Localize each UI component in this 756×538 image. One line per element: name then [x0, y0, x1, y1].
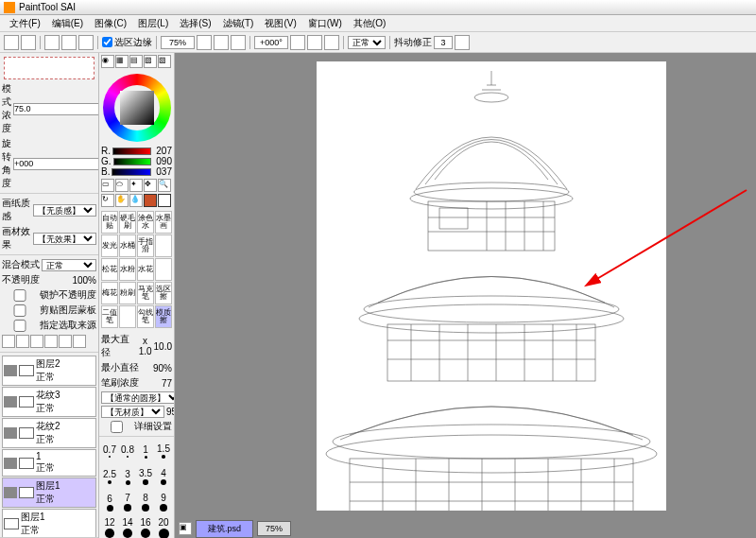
size-preset[interactable]: 20 — [155, 515, 172, 538]
brush-tool[interactable]: 粉刷 — [119, 282, 136, 304]
brush-tool[interactable]: 发光 — [101, 234, 118, 257]
selection-border-check[interactable] — [102, 37, 112, 47]
new-folder-icon[interactable] — [16, 335, 29, 348]
brush-tool[interactable]: 水墨画 — [155, 211, 172, 234]
effect-select[interactable]: 【无效果】 — [33, 233, 96, 245]
menu-file[interactable]: 文件(F) — [4, 17, 46, 30]
size-preset[interactable]: 3 — [119, 464, 136, 489]
rotate-ccw-icon[interactable] — [290, 35, 305, 50]
brush-tool[interactable]: 手指滑 — [137, 234, 154, 257]
undo-icon[interactable] — [4, 35, 19, 50]
brush-tool[interactable] — [155, 258, 172, 281]
doc-tab[interactable]: 建筑.psd — [196, 520, 253, 538]
move-icon[interactable]: ✥ — [144, 179, 157, 192]
brush-tool[interactable]: 梅花 — [101, 282, 118, 304]
zoom-fit-icon[interactable] — [231, 35, 246, 50]
invert-icon[interactable] — [61, 35, 77, 50]
rotate-input[interactable] — [13, 158, 99, 170]
layer-item[interactable]: 图层1正常 — [2, 509, 96, 538]
sel-rect-icon[interactable]: ▭ — [101, 179, 114, 192]
shape-select[interactable]: 【通常的圆形】 — [101, 391, 175, 404]
zoom-out-icon[interactable] — [197, 35, 212, 50]
new-linework-icon[interactable] — [30, 335, 43, 348]
menu-edit[interactable]: 编辑(E) — [46, 17, 89, 30]
layer-item[interactable]: 图层2正常 — [2, 356, 96, 386]
size-preset[interactable]: 0.7 — [101, 439, 118, 463]
canvas-viewport[interactable] — [175, 53, 756, 519]
brush-tool[interactable]: 模质擦 — [155, 305, 172, 328]
brush-tool[interactable]: 硬毛刷 — [119, 211, 136, 234]
delete-layer-icon[interactable] — [44, 335, 58, 348]
brush-tool[interactable]: 选区擦 — [155, 282, 172, 304]
view-mode-select[interactable]: 正常 — [348, 36, 386, 49]
brush-tool[interactable] — [155, 234, 172, 257]
stabilizer-input[interactable] — [434, 36, 453, 49]
redo-icon[interactable] — [21, 35, 36, 50]
hsv-mode-icon[interactable]: ▤ — [129, 55, 143, 68]
size-preset[interactable]: 6 — [101, 490, 118, 514]
size-preset[interactable]: 1.5 — [155, 439, 172, 463]
menu-other[interactable]: 其他(O) — [348, 17, 391, 30]
size-preset[interactable]: 3.5 — [137, 464, 154, 489]
angle-input[interactable] — [254, 36, 288, 49]
brush-tool[interactable]: 松花 — [101, 258, 118, 281]
source-check[interactable] — [2, 320, 38, 332]
eyedropper-icon[interactable]: 💧 — [129, 194, 143, 207]
rgb-mode-icon[interactable]: ▦ — [115, 55, 129, 68]
paper-select[interactable]: 【无质感】 — [33, 204, 96, 217]
brush-tool[interactable]: 马克笔 — [137, 282, 154, 304]
sel-wand-icon[interactable]: ✦ — [129, 179, 143, 192]
zoom-tool-icon[interactable]: 🔍 — [158, 179, 171, 192]
deselect-icon[interactable] — [44, 35, 60, 50]
rgb-slider[interactable] — [112, 168, 151, 176]
texture-select[interactable]: 【无材质】 — [101, 406, 164, 418]
brush-tool[interactable] — [119, 305, 136, 328]
density-input[interactable] — [13, 103, 99, 115]
sel-lasso-icon[interactable]: ⬭ — [115, 179, 129, 192]
zoom-in-icon[interactable] — [214, 35, 229, 50]
zoom-input[interactable] — [161, 36, 195, 49]
brush-tool[interactable]: 勾线笔 — [137, 305, 154, 328]
menu-image[interactable]: 图像(C) — [89, 17, 132, 30]
size-preset[interactable]: 2.5 — [101, 464, 118, 489]
navigator[interactable] — [4, 57, 94, 79]
layer-item[interactable]: 图层1正常 — [2, 477, 96, 508]
layer-item[interactable]: 花纹2正常 — [2, 418, 96, 448]
layer-item[interactable]: 花纹3正常 — [2, 387, 96, 417]
canvas[interactable] — [317, 61, 666, 511]
menu-view[interactable]: 视图(V) — [259, 17, 301, 30]
merge-icon[interactable] — [59, 335, 72, 348]
bg-color-swatch[interactable] — [158, 194, 171, 207]
layer-list[interactable]: 图层2正常 花纹3正常 花纹2正常 1正常 图层1正常 图层1正常 — [0, 353, 98, 538]
brush-tool[interactable]: 水粉 — [119, 258, 136, 281]
stabilizer-icon[interactable] — [455, 35, 470, 50]
protect-check[interactable] — [2, 289, 38, 302]
size-preset[interactable]: 9 — [155, 490, 172, 514]
menu-select[interactable]: 选择(S) — [174, 17, 216, 30]
menu-layer[interactable]: 图层(L) — [132, 17, 174, 30]
blend-select[interactable]: 正常 — [42, 259, 96, 271]
menu-filter[interactable]: 滤镜(T) — [217, 17, 260, 30]
layer-item[interactable]: 1正常 — [2, 449, 96, 477]
color-wheel[interactable] — [103, 74, 171, 142]
doc-icon[interactable]: ▣ — [179, 522, 192, 535]
size-preset[interactable]: 4 — [155, 464, 172, 489]
size-preset[interactable]: 0.8 — [119, 439, 136, 463]
brush-tool[interactable]: 涂色水 — [137, 211, 154, 234]
reset-angle-icon[interactable] — [324, 35, 339, 50]
brush-tool[interactable]: 二值笔 — [101, 305, 118, 328]
fg-color-swatch[interactable] — [144, 194, 157, 207]
rgb-slider[interactable] — [112, 148, 151, 155]
brush-tool[interactable]: 水桶 — [119, 234, 136, 257]
size-preset[interactable]: 12 — [101, 515, 118, 538]
size-preset[interactable]: 16 — [137, 515, 154, 538]
clear-icon[interactable] — [73, 335, 86, 348]
brush-tool[interactable]: 自动贴 — [101, 211, 118, 234]
detail-check[interactable] — [101, 421, 132, 433]
size-preset[interactable]: 14 — [119, 515, 136, 538]
clip-check[interactable] — [2, 304, 38, 317]
rotate-tool-icon[interactable]: ↻ — [101, 194, 114, 207]
rgb-slider[interactable] — [113, 158, 151, 165]
size-preset[interactable]: 7 — [119, 490, 136, 514]
show-selection-icon[interactable] — [78, 35, 94, 50]
